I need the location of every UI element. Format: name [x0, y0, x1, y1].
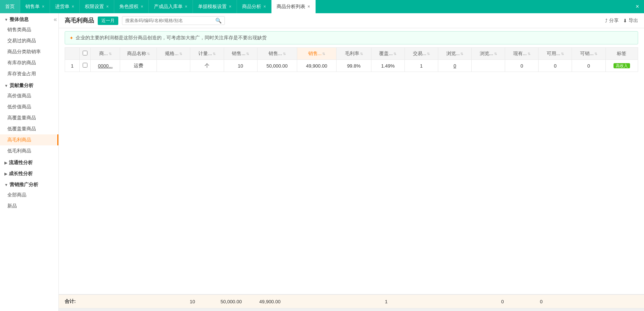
cell-coverage: 1.49% [371, 60, 404, 72]
sort-available-icon: ⇅ [561, 52, 564, 56]
sidebar-group-contribution[interactable]: ▼ 贡献量分析 [0, 79, 58, 90]
close-sales-tab[interactable]: × [42, 4, 44, 9]
cell-gross: 99.8% [337, 60, 371, 72]
col-checkbox-header[interactable] [80, 48, 91, 60]
sort-sales2-icon: ⇅ [283, 52, 286, 56]
sidebar-item-high-coverage[interactable]: 高覆盖量商品 [0, 112, 58, 123]
col-code-header[interactable]: 商... ⇅ [91, 48, 120, 60]
footer-empty8 [445, 299, 483, 304]
col-spec-header[interactable]: 规格... ⇅ [157, 48, 190, 60]
sidebar-group-overall[interactable]: ▼ 整体信息 [0, 13, 58, 24]
nav-item-permissions[interactable]: 权限设置 × [80, 0, 114, 13]
table-wrap: 商... ⇅ 商品名称 ⇅ 规格... [59, 47, 644, 294]
sort-browse1-icon: ⇅ [460, 52, 463, 56]
sidebar-item-low-coverage[interactable]: 低覆盖量商品 [0, 123, 58, 134]
sort-unit-icon: ⇅ [213, 52, 216, 56]
cell-checkbox[interactable] [80, 60, 91, 72]
share-button[interactable]: ⤴ 分享 [605, 17, 619, 24]
col-unit-header[interactable]: 计量... ⇅ [190, 48, 224, 60]
sidebar-item-sales-goods[interactable]: 销售类商品 [0, 24, 58, 35]
sidebar-group-liquidity[interactable]: ▶ 流通性分析 [0, 156, 58, 167]
cell-browse1[interactable]: 0 [438, 60, 471, 72]
horizontal-scrollbar[interactable] [59, 308, 644, 311]
sidebar-collapse-button[interactable]: « [54, 16, 57, 23]
data-table: 商... ⇅ 商品名称 ⇅ 规格... [65, 47, 638, 72]
sidebar-item-low-margin[interactable]: 低毛利商品 [0, 145, 58, 156]
sort-sales1-icon: ⇅ [246, 52, 249, 56]
close-analysis-list-tab[interactable]: × [307, 4, 310, 9]
nav-item-analysis[interactable]: 商品分析 × [237, 0, 271, 13]
search-input[interactable] [125, 18, 215, 23]
liquidity-group-arrow: ▶ [4, 161, 7, 165]
nav-item-sales[interactable]: 销售单 × [20, 0, 50, 13]
cell-code[interactable]: 0000... [91, 60, 120, 72]
search-icon[interactable]: 🔍 [215, 18, 222, 23]
close-purchase-tab[interactable]: × [72, 4, 74, 9]
sort-gross-icon: ⇅ [360, 52, 363, 56]
nav-item-analysis-list[interactable]: 商品分析列表 × [271, 0, 316, 13]
cell-browse2 [472, 60, 505, 72]
footer-empty5 [289, 299, 328, 304]
cell-unit: 个 [190, 60, 224, 72]
content-area: 高毛利商品 近一月 🔍 ⤴ 分享 ⬇ 导出 ✦ 企业的主要的利润都是这部分商品创… [59, 13, 644, 311]
close-roles-tab[interactable]: × [141, 4, 143, 9]
col-tag-header: 标签 [605, 48, 638, 60]
select-all-checkbox[interactable] [83, 51, 87, 55]
col-coverage-header[interactable]: 覆盖... ⇅ [371, 48, 404, 60]
info-banner: ✦ 企业的主要的利润都是这部分商品创造的，可考虑加大推广，同时关注库存是不要出现… [65, 31, 638, 44]
sort-code-icon: ⇅ [109, 52, 112, 56]
col-current-header[interactable]: 现有... ⇅ [505, 48, 539, 60]
cell-sales2: 50,000.00 [257, 60, 297, 72]
close-product-warehouse-tab[interactable]: × [185, 4, 187, 9]
footer-label: 合计: [65, 298, 87, 305]
col-sales1-header[interactable]: 销售... ⇅ [224, 48, 257, 60]
sidebar-group-marketing[interactable]: ▼ 营销推广分析 [0, 178, 58, 189]
sidebar-item-stock-capital[interactable]: 库存资金占用 [0, 68, 58, 79]
footer-cells: 10 50,000.00 49,900.00 1 0 0 [87, 299, 638, 304]
col-sales3-header[interactable]: 销售... ⇅ [297, 48, 337, 60]
sort-current-icon: ⇅ [528, 52, 530, 56]
nav-item-roles[interactable]: 角色授权 × [114, 0, 149, 13]
sidebar-item-new-goods[interactable]: 新品 [0, 200, 58, 211]
sidebar-item-traded-goods[interactable]: 交易过的商品 [0, 35, 58, 46]
info-icon: ✦ [69, 35, 73, 41]
footer-current: 0 [483, 299, 522, 304]
cell-name: 运费 [120, 60, 157, 72]
col-sellable-header[interactable]: 可销... ⇅ [572, 48, 605, 60]
footer-total: 合计: 10 50,000.00 49,900.00 1 0 0 [59, 294, 644, 308]
nav-item-template[interactable]: 单据模板设置 × [193, 0, 237, 13]
col-browse1-header[interactable]: 浏览... ⇅ [438, 48, 471, 60]
sidebar-group-growth[interactable]: ▶ 成长性分析 [0, 167, 58, 178]
sidebar-item-low-value[interactable]: 低价值商品 [0, 101, 58, 112]
sidebar-item-in-stock[interactable]: 有库存的商品 [0, 57, 58, 68]
col-name-header[interactable]: 商品名称 ⇅ [120, 48, 157, 60]
close-analysis-tab[interactable]: × [263, 4, 266, 9]
col-sales2-header[interactable]: 销售... ⇅ [257, 48, 297, 60]
sidebar-item-high-value[interactable]: 高价值商品 [0, 90, 58, 101]
nav-item-purchase[interactable]: 进货单 × [50, 0, 80, 13]
sidebar-item-high-margin[interactable]: 高毛利商品 [0, 134, 58, 145]
close-permissions-tab[interactable]: × [106, 4, 109, 9]
export-button[interactable]: ⬇ 导出 [623, 17, 638, 24]
close-all-tabs-button[interactable]: × [631, 0, 644, 13]
footer-sales2: 50,000.00 [212, 299, 251, 304]
cell-current: 0 [505, 60, 539, 72]
nav-item-product-warehouse[interactable]: 产成品入库单 × [149, 0, 193, 13]
cell-spec [157, 60, 190, 72]
sidebar-item-all-goods[interactable]: 全部商品 [0, 189, 58, 200]
close-template-tab[interactable]: × [229, 4, 231, 9]
footer-empty1 [87, 299, 108, 304]
time-filter-button[interactable]: 近一月 [98, 17, 118, 25]
col-available-header[interactable]: 可用... ⇅ [539, 48, 572, 60]
main-layout: « ▼ 整体信息 销售类商品 交易过的商品 商品分类助销率 有库存的商品 库存资… [0, 13, 644, 311]
footer-empty2 [108, 299, 130, 304]
nav-item-home[interactable]: 首页 [0, 0, 20, 13]
row-checkbox[interactable] [83, 63, 87, 68]
col-browse2-header[interactable]: 浏览... ⇅ [472, 48, 505, 60]
footer-transactions: 1 [367, 299, 406, 304]
sort-transactions-icon: ⇅ [427, 52, 430, 56]
sort-sellable-icon: ⇅ [594, 52, 597, 56]
col-transactions-header[interactable]: 交易... ⇅ [404, 48, 438, 60]
col-gross-header[interactable]: 毛利率 ⇅ [337, 48, 371, 60]
sidebar-item-category-rate[interactable]: 商品分类助销率 [0, 46, 58, 57]
